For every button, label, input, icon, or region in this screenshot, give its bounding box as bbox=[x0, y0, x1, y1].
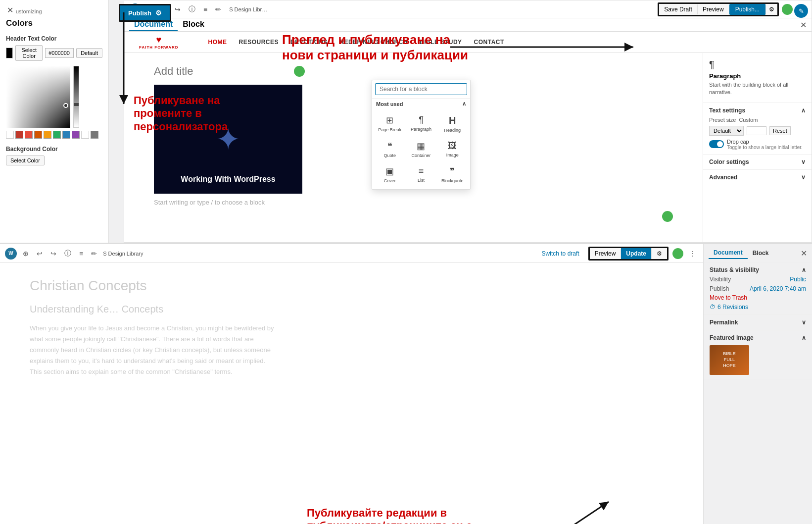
swatch-red[interactable] bbox=[25, 131, 33, 139]
swatch-gray[interactable] bbox=[91, 131, 98, 139]
block-container[interactable]: ▦ Container bbox=[406, 138, 435, 161]
redo-icon[interactable]: ↪ bbox=[173, 4, 183, 14]
custom-size-input[interactable] bbox=[747, 126, 766, 135]
settings-gear-button-new[interactable]: ⚙ bbox=[766, 4, 777, 15]
color-hex-input[interactable] bbox=[45, 48, 74, 58]
move-to-trash-link[interactable]: Move to Trash bbox=[710, 294, 806, 301]
block-nav-icon[interactable]: ≡ bbox=[201, 4, 209, 14]
s-design-library[interactable]: S Design Libr… bbox=[227, 5, 269, 13]
swatch-purple[interactable] bbox=[72, 131, 80, 139]
sidebar-close-bottom[interactable]: ✕ bbox=[801, 249, 807, 258]
existing-post-editor: W ⊕ ↩ ↪ ⓘ ≡ ✏ S Design Library Switch to… bbox=[0, 244, 703, 524]
save-draft-button[interactable]: Save Draft bbox=[659, 4, 698, 15]
block-quote[interactable]: ❝ Quote bbox=[375, 138, 404, 161]
post-editor-bottom-area: Christian Concepts Understanding Ke… Con… bbox=[0, 263, 703, 524]
drop-cap-toggle[interactable] bbox=[709, 140, 724, 148]
customizer-publish-button[interactable]: Publish ⚙ bbox=[119, 4, 171, 22]
nav-home[interactable]: Home bbox=[208, 39, 227, 46]
swatch-green[interactable] bbox=[53, 131, 61, 139]
redo-icon-bottom[interactable]: ↪ bbox=[48, 249, 58, 259]
preset-size-select[interactable]: Default bbox=[709, 126, 744, 136]
text-settings-title[interactable]: Text settings ∧ bbox=[709, 107, 806, 114]
block-heading[interactable]: H Heading bbox=[438, 112, 467, 136]
select-bg-color-button[interactable]: Select Color bbox=[6, 156, 45, 165]
edit-pencil-icon[interactable]: ✏ bbox=[213, 4, 223, 14]
block-image[interactable]: 🖼 Image bbox=[438, 138, 467, 161]
info-icon[interactable]: ⓘ bbox=[187, 4, 197, 15]
text-settings-chevron: ∧ bbox=[801, 107, 806, 114]
top-section: ‹ Customizing Colors Header Text Color S… bbox=[0, 0, 812, 243]
header-color-swatch[interactable] bbox=[6, 48, 13, 58]
edit-icon[interactable]: ✎ bbox=[794, 4, 808, 18]
publish-date-row: Publish April 6, 2020 7:40 am bbox=[710, 285, 806, 292]
info-icon-bottom[interactable]: ⓘ bbox=[62, 248, 73, 259]
advanced-title[interactable]: Advanced ∨ bbox=[709, 174, 806, 181]
color-settings-title[interactable]: Color settings ∨ bbox=[709, 158, 806, 165]
nav-contact[interactable]: Contact bbox=[474, 39, 504, 46]
image-icon: 🖼 bbox=[448, 141, 457, 151]
pencil-icon-bottom[interactable]: ✏ bbox=[89, 249, 99, 259]
start-writing-text[interactable]: Start writing or type / to choose a bloc… bbox=[154, 199, 673, 206]
collapse-icon[interactable]: ∧ bbox=[462, 101, 466, 107]
featured-image-thumbnail[interactable]: BIBLEFULLHOPE bbox=[710, 345, 749, 375]
publish-toolbar-button[interactable]: Publish... bbox=[729, 4, 766, 15]
sidebar-tabs-row: Document Block ✕ bbox=[704, 244, 812, 262]
permalink-header[interactable]: Permalink ∨ bbox=[710, 319, 806, 326]
design-library-bottom[interactable]: S Design Library bbox=[103, 251, 143, 257]
reset-size-button[interactable]: Reset bbox=[769, 126, 791, 135]
switch-to-draft-link[interactable]: Switch to draft bbox=[542, 250, 579, 257]
kebab-menu-bottom[interactable]: ⋮ bbox=[687, 249, 698, 259]
container-label: Container bbox=[411, 153, 430, 158]
color-picker-gradient[interactable] bbox=[6, 66, 70, 128]
sidebar-close-icon[interactable]: ✕ bbox=[800, 20, 807, 30]
block-paragraph[interactable]: ¶ Paragraph bbox=[406, 112, 435, 136]
block-page-break[interactable]: ⊞ Page Break bbox=[375, 112, 404, 136]
preview-button-bottom[interactable]: Preview bbox=[590, 248, 621, 259]
close-button[interactable]: ✕ bbox=[4, 4, 16, 16]
bg-color-row: Select Color bbox=[6, 156, 102, 165]
permalink-label: Permalink bbox=[710, 319, 738, 326]
color-settings-chevron: ∨ bbox=[801, 158, 806, 165]
document-tab-bottom[interactable]: Document bbox=[709, 247, 748, 259]
swatch-yellow[interactable] bbox=[44, 131, 51, 139]
color-picker-vertical-bar[interactable] bbox=[73, 66, 79, 128]
default-color-button[interactable]: Default bbox=[76, 48, 102, 58]
visibility-value[interactable]: Public bbox=[790, 276, 806, 283]
block-list[interactable]: ≡ List bbox=[406, 163, 435, 186]
update-button[interactable]: Update bbox=[621, 248, 652, 259]
color-settings-section: Color settings ∨ bbox=[703, 155, 812, 170]
featured-image-header[interactable]: Featured image ∧ bbox=[710, 334, 806, 341]
swatch-white2[interactable] bbox=[81, 131, 89, 139]
add-block-icon-bottom[interactable]: ⊕ bbox=[21, 249, 31, 259]
revisions-row[interactable]: ⏱ 6 Revisions bbox=[710, 304, 806, 311]
nav-resources[interactable]: Resources bbox=[239, 39, 279, 46]
status-visibility-header[interactable]: Status & visibility ∧ bbox=[710, 266, 806, 273]
user-avatar-bottom[interactable] bbox=[672, 248, 683, 259]
block-blockquote[interactable]: ❞ Blockquote bbox=[438, 163, 467, 186]
list-icon: ≡ bbox=[419, 166, 424, 176]
block-cover[interactable]: ▣ Cover bbox=[375, 163, 404, 186]
featured-image-section: Featured image ∧ BIBLEFULLHOPE bbox=[704, 330, 812, 379]
user-avatar-new[interactable] bbox=[782, 4, 793, 15]
swatch-blue[interactable] bbox=[62, 131, 70, 139]
swatch-orange[interactable] bbox=[34, 131, 42, 139]
wp-logo-bottom[interactable]: W bbox=[5, 248, 17, 260]
select-color-button[interactable]: Select Color bbox=[15, 45, 43, 61]
swatch-white[interactable] bbox=[6, 131, 14, 139]
quote-icon: ❝ bbox=[387, 141, 392, 152]
add-title-input[interactable] bbox=[154, 63, 290, 80]
publish-value[interactable]: April 6, 2020 7:40 am bbox=[750, 285, 806, 292]
swatch-red-dark[interactable] bbox=[15, 131, 23, 139]
block-tab-bottom[interactable]: Block bbox=[748, 248, 774, 259]
block-tab-new[interactable]: Block bbox=[178, 18, 209, 31]
settings-gear-bottom[interactable]: ⚙ bbox=[652, 248, 667, 259]
block-grid: ⊞ Page Break ¶ Paragraph H Heading ❝ Quo… bbox=[372, 109, 470, 189]
visibility-row: Visibility Public bbox=[710, 276, 806, 283]
post-green-indicator[interactable] bbox=[294, 66, 305, 77]
undo-icon-bottom[interactable]: ↩ bbox=[35, 249, 45, 259]
list-icon-bottom[interactable]: ≡ bbox=[77, 249, 85, 259]
most-used-label: Most used bbox=[376, 101, 403, 107]
preview-button-new[interactable]: Preview bbox=[698, 4, 729, 15]
block-search-input[interactable] bbox=[375, 83, 467, 95]
block-settings-circle[interactable] bbox=[662, 211, 673, 222]
